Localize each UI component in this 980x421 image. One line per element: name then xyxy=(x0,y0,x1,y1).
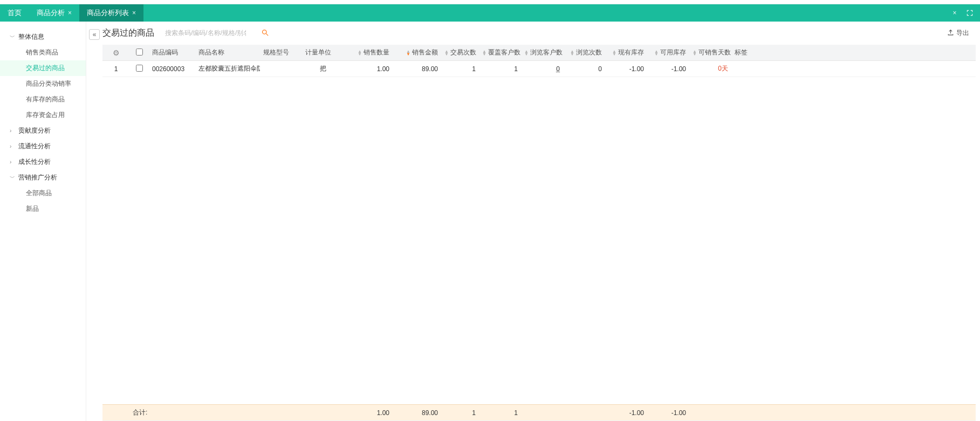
search-icon[interactable] xyxy=(261,29,269,38)
column-label: 现有库存 xyxy=(618,49,644,56)
search-input[interactable] xyxy=(164,27,261,39)
tab-product-analysis[interactable]: 商品分析 × xyxy=(29,4,79,22)
column-name[interactable]: 商品名称 xyxy=(195,45,260,61)
cell-spec xyxy=(260,61,302,77)
sidebar-item-label: 销售类商品 xyxy=(26,49,58,56)
column-gear[interactable]: ⚙ xyxy=(102,45,129,61)
sort-icon: ▲▼ xyxy=(406,50,410,56)
cell-code: 002600003 xyxy=(149,61,195,77)
sidebar-collapse-button[interactable]: « xyxy=(89,29,100,40)
data-table: ⚙ 商品编码 商品名称 规格型号 计量单位 ▲▼销售数量 ▲▼销售金额 ▲▼交易… xyxy=(102,45,976,77)
column-unit[interactable]: 计量单位 xyxy=(302,45,344,61)
totals-qty: 1.00 xyxy=(344,405,393,421)
sort-icon: ▲▼ xyxy=(524,50,529,56)
column-label: 规格型号 xyxy=(263,49,289,56)
tab-bar: 首页 商品分析 × 商品分析列表 × × xyxy=(0,4,980,22)
export-label: 导出 xyxy=(956,29,969,38)
column-browse-customers[interactable]: ▲▼浏览客户数 xyxy=(521,45,563,61)
chevron-down-icon: ﹀ xyxy=(10,174,15,182)
page-title: 交易过的商品 xyxy=(102,27,154,39)
totals-brc xyxy=(521,405,563,421)
close-icon[interactable]: × xyxy=(68,9,72,17)
sidebar-group-label: 营销推广分析 xyxy=(18,173,57,182)
column-label: 浏览次数 xyxy=(576,49,602,56)
tab-label: 商品分析列表 xyxy=(87,8,129,18)
totals-tx: 1 xyxy=(441,405,479,421)
column-sale-days[interactable]: ▲▼可销售天数 xyxy=(689,45,731,61)
sidebar-item-sales-products[interactable]: 销售类商品 xyxy=(0,45,86,60)
column-spec[interactable]: 规格型号 xyxy=(260,45,302,61)
sidebar-item-new-products[interactable]: 新品 xyxy=(0,201,86,217)
cell-days: 0天 xyxy=(689,61,731,77)
sidebar: ﹀ 整体信息 销售类商品 交易过的商品 商品分类动销率 有库存的商品 库存资金占… xyxy=(0,22,86,421)
export-button[interactable]: 导出 xyxy=(947,29,969,38)
sidebar-item-label: 有库存的商品 xyxy=(26,95,65,103)
column-available[interactable]: ▲▼可用库存 xyxy=(647,45,689,61)
totals-brn xyxy=(563,405,605,421)
chevron-right-icon: › xyxy=(10,159,15,165)
cell-ava: -1.00 xyxy=(647,61,689,77)
page-header: 交易过的商品 导出 xyxy=(102,26,980,45)
cell-brc-value[interactable]: 0 xyxy=(556,65,560,73)
sidebar-item-label: 商品分类动销率 xyxy=(26,80,71,87)
sidebar-item-label: 全部商品 xyxy=(26,189,52,197)
sidebar-item-category-sellthrough[interactable]: 商品分类动销率 xyxy=(0,76,86,92)
sidebar-group-label: 整体信息 xyxy=(18,32,44,42)
sidebar-group-label: 贡献度分析 xyxy=(18,126,51,135)
tab-product-analysis-list[interactable]: 商品分析列表 × xyxy=(79,4,143,22)
column-label: 销售数量 xyxy=(364,49,389,56)
sidebar-group-marketing[interactable]: ﹀ 营销推广分析 xyxy=(0,170,86,185)
column-label: 可销售天数 xyxy=(698,49,731,56)
export-icon xyxy=(947,29,954,38)
sidebar-group-label: 流通性分析 xyxy=(18,142,51,151)
sort-icon: ▲▼ xyxy=(693,50,697,56)
column-checkbox[interactable] xyxy=(129,45,149,61)
data-table-wrap: ⚙ 商品编码 商品名称 规格型号 计量单位 ▲▼销售数量 ▲▼销售金额 ▲▼交易… xyxy=(102,45,976,404)
column-code[interactable]: 商品编码 xyxy=(149,45,195,61)
sidebar-group-circulation[interactable]: › 流通性分析 xyxy=(0,139,86,154)
sidebar-group-growth[interactable]: › 成长性分析 xyxy=(0,154,86,170)
totals-cov: 1 xyxy=(479,405,521,421)
sort-icon: ▲▼ xyxy=(482,50,486,56)
table-row[interactable]: 1 002600003 左都胶囊五折遮阳伞防晒伞; 把 1.00 89.00 1… xyxy=(102,61,976,77)
chevron-down-icon: ﹀ xyxy=(10,33,15,41)
sidebar-group-contribution[interactable]: › 贡献度分析 xyxy=(0,123,86,139)
cell-stk: -1.00 xyxy=(605,61,647,77)
totals-stk: -1.00 xyxy=(605,405,647,421)
gear-icon: ⚙ xyxy=(113,49,120,57)
column-tag[interactable]: 标签 xyxy=(731,45,976,61)
fullscreen-icon[interactable] xyxy=(965,8,975,18)
column-stock[interactable]: ▲▼现有库存 xyxy=(605,45,647,61)
sidebar-item-products-with-stock[interactable]: 有库存的商品 xyxy=(0,92,86,107)
column-transactions[interactable]: ▲▼交易次数 xyxy=(441,45,479,61)
tab-label: 首页 xyxy=(8,8,22,18)
sort-icon: ▲▼ xyxy=(570,50,574,56)
totals-days xyxy=(689,405,731,421)
column-qty[interactable]: ▲▼销售数量 xyxy=(344,45,393,61)
sidebar-item-label: 交易过的商品 xyxy=(26,64,65,72)
sidebar-item-all-products[interactable]: 全部商品 xyxy=(0,185,86,201)
svg-line-1 xyxy=(266,33,268,36)
close-all-icon[interactable]: × xyxy=(950,8,960,18)
cell-tag xyxy=(731,61,976,77)
column-coverage[interactable]: ▲▼覆盖客户数 xyxy=(479,45,521,61)
sidebar-group-overall[interactable]: ﹀ 整体信息 xyxy=(0,29,86,45)
cell-tx: 1 xyxy=(441,61,479,77)
cell-qty: 1.00 xyxy=(344,61,393,77)
column-label: 销售金额 xyxy=(412,49,438,56)
column-label: 计量单位 xyxy=(305,49,331,56)
row-checkbox[interactable] xyxy=(136,65,143,72)
column-label: 商品编码 xyxy=(152,49,178,56)
column-amount[interactable]: ▲▼销售金额 xyxy=(393,45,441,61)
sidebar-item-traded-products[interactable]: 交易过的商品 xyxy=(0,60,86,76)
close-icon[interactable]: × xyxy=(132,9,136,17)
tabbar-right-icons: × xyxy=(950,4,980,22)
select-all-checkbox[interactable] xyxy=(136,49,143,56)
cell-amt: 89.00 xyxy=(393,61,441,77)
sort-icon: ▲▼ xyxy=(612,50,616,56)
sidebar-item-stock-capital[interactable]: 库存资金占用 xyxy=(0,107,86,123)
table-footer-total: 合计: 1.00 89.00 1 1 -1.00 -1.00 xyxy=(102,404,976,421)
tab-home[interactable]: 首页 xyxy=(0,4,29,22)
column-browse-count[interactable]: ▲▼浏览次数 xyxy=(563,45,605,61)
chevron-right-icon: › xyxy=(10,143,15,149)
